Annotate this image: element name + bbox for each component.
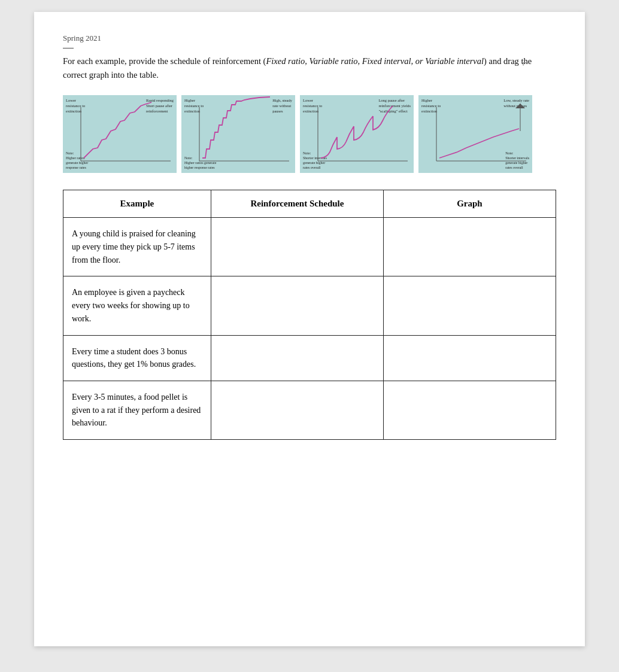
instructions-italic: Fixed ratio, Variable ratio, Fixed inter… [266,56,484,66]
header-graph: Graph [383,190,556,218]
main-table: Example Reinforcement Schedule Graph A y… [63,190,556,440]
header-schedule: Reinforcement Schedule [211,190,383,218]
corner-mark: ⌐ [523,55,527,71]
row3-schedule[interactable] [211,335,383,381]
row2-example: An employee is given a paycheck every tw… [63,276,211,335]
row4-graph[interactable] [383,381,556,439]
row4-schedule[interactable] [211,381,383,439]
table-row: An employee is given a paycheck every tw… [63,276,556,335]
thumbnail-1[interactable]: Lowerresistance toextinction Rapid respo… [63,95,177,173]
thumbnail-2[interactable]: Higherresistance toextinction High, stea… [181,95,295,173]
row1-schedule[interactable] [211,218,383,276]
table-row: Every time a student does 3 bonus questi… [63,335,556,381]
divider [63,48,74,48]
semester-label: Spring 2021 [63,34,556,43]
row2-schedule[interactable] [211,276,383,335]
table-row: Every 3-5 minutes, a food pellet is give… [63,381,556,439]
thumbnails-row: Lowerresistance toextinction Rapid respo… [63,95,556,173]
page: Spring 2021 For each example, provide th… [34,12,585,646]
row3-example: Every time a student does 3 bonus questi… [63,335,211,381]
row4-example: Every 3-5 minutes, a food pellet is give… [63,381,211,439]
instructions-prefix: For each example, provide the schedule o… [63,56,266,66]
table-header-row: Example Reinforcement Schedule Graph [63,190,556,218]
row3-graph[interactable] [383,335,556,381]
header-example: Example [63,190,211,218]
thumbnail-3[interactable]: Lowerresistance toextinction Long pause … [300,95,414,173]
row1-graph[interactable] [383,218,556,276]
row2-graph[interactable] [383,276,556,335]
thumbnail-4[interactable]: Higherresistance toextinction Low, stead… [418,95,532,173]
row1-example: A young child is praised for cleaning up… [63,218,211,276]
table-row: A young child is praised for cleaning up… [63,218,556,276]
instructions-text: For each example, provide the schedule o… [63,54,556,82]
